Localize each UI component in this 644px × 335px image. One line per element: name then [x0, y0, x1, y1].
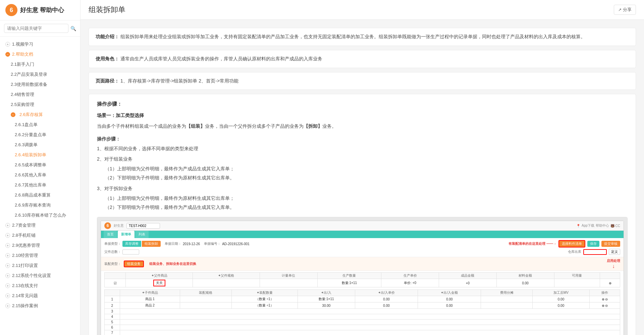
sidebar-item-docs[interactable]: − 2.帮助文档: [0, 49, 80, 59]
main-header: 组装拆卸单 ↗ 分享: [80, 0, 644, 20]
mock-select-btn[interactable]: 选择料件清单: [558, 240, 585, 247]
sidebar-item-docs-267[interactable]: 2.6.7其他出库单: [0, 180, 80, 190]
sidebar-item-docs-265[interactable]: 2.6.5成本调整单: [0, 160, 80, 170]
mock-save-btn[interactable]: 保存: [587, 241, 599, 247]
expand-icon-212: +: [5, 273, 10, 278]
path-block: 页面路径： 1、库存核算->库存管理->组装拆卸单 2、首页->常用功能: [89, 72, 636, 90]
sidebar-item-docs-27[interactable]: + 2.7资金管理: [0, 220, 80, 230]
mock-sub2-td-3: （数量 ÷1）: [231, 302, 298, 309]
sidebar-item-docs-214[interactable]: + 2.14常见问题: [0, 291, 80, 301]
mock-sub-td-6: 0.00: [418, 296, 481, 302]
sidebar-item-docs-262[interactable]: 2.6.2分量盘点单: [0, 130, 80, 140]
table-row: 1 商品 1 （数量 ÷1） 数量:1×11 0.00 0.00 0.00: [105, 296, 620, 302]
sidebar-item-label: 2.3使用前数据准备: [11, 81, 47, 88]
step3-sub2: （2）下部明细为子件明细，最终作为产成品生成其它入库单。: [97, 203, 628, 212]
table-row: 5: [105, 320, 620, 325]
mock-sub3-td-0: 3: [105, 309, 120, 314]
mock-sub-td-3: （数量 ÷1）: [231, 296, 298, 302]
sidebar-item-label: 2.13在线支付: [12, 283, 38, 289]
mock-th-1: ✦父件商品: [126, 273, 193, 279]
sidebar-item-docs-264[interactable]: 2.6.4组装拆卸单: [0, 150, 80, 160]
sidebar-item-docs-23[interactable]: 2.3使用前数据准备: [0, 79, 80, 90]
mock-sub-td-8: 0.00: [533, 296, 590, 302]
mock-form-row2: 父件总数： 仓库出库 定义: [104, 249, 620, 255]
mock-tab-active[interactable]: 新增单: [118, 231, 135, 238]
mock-sub-th-5: ✦出/入单价: [355, 290, 418, 296]
expand-icon-213: +: [5, 283, 10, 288]
sidebar-item-label: 2.5采购管理: [11, 102, 34, 108]
mock-td-qty: 数量:1×11: [317, 279, 381, 287]
share-label: 分享: [623, 7, 632, 13]
intro-block: 功能介绍： 组装拆卸单用来处理企业组装或拆卸等加工业务，支持有固定装配清单的产品…: [89, 28, 636, 46]
sidebar-item-docs-213[interactable]: + 2.13在线支付: [0, 281, 80, 291]
sidebar-item-docs-28[interactable]: + 2.8手机旺铺: [0, 230, 80, 240]
sidebar-item-docs-263[interactable]: 2.6.3调拨单: [0, 140, 80, 150]
sidebar-item-docs-25[interactable]: 2.5采购管理: [0, 100, 80, 110]
annotation3-arrow: ↓: [612, 263, 615, 269]
mock-warehouse-input[interactable]: [583, 249, 607, 255]
table-row: ☑ 关关 数量:1×11 单价: +0 +0: [105, 279, 620, 287]
sidebar-item-label: 1.视频学习: [12, 41, 33, 47]
share-button[interactable]: ↗ 分享: [614, 5, 636, 15]
mock-type-btn2[interactable]: 组装拆卸: [142, 241, 161, 247]
sidebar-item-docs-269[interactable]: 2.6.9库存账本查询: [0, 200, 80, 210]
mock-sub-header-row: ✦子件商品 装配规格 ✦装配数量 ✦出/入 ✦出/入单价 ✦出/入金额 费用分摊…: [105, 290, 620, 296]
expand-icon-29: +: [5, 243, 10, 248]
sidebar-item-docs-29[interactable]: + 2.9优惠券管理: [0, 240, 80, 250]
mock-help: 帮助中心: [596, 223, 609, 228]
mock-field-num: 单据编号： AD-20191226-001: [204, 241, 250, 246]
content-body: 操作步骤： 场景一：加工类型选择 当由多个子件材料组装成一个成品的业务为【组装】…: [89, 94, 636, 335]
mock-table-body: ☑ 关关 数量:1×11 单价: +0 +0: [105, 279, 620, 287]
mock-count-input[interactable]: [122, 249, 139, 255]
mock-tab-home[interactable]: 首页: [104, 231, 117, 238]
sidebar-item-docs-210[interactable]: + 2.10经营管理: [0, 250, 80, 261]
mock-field-date: 单据日期： 2019-12-26: [165, 241, 200, 246]
mock-warehouse-btn[interactable]: 定义: [609, 249, 620, 255]
sidebar-item-label: 2.15操作案例: [12, 303, 38, 309]
mock-type-btn1[interactable]: 库存调整: [122, 241, 141, 247]
sidebar-item-docs-212[interactable]: + 2.12系统个性化设置: [0, 271, 80, 281]
sidebar-item-label: 2.6.4组装拆卸单: [15, 152, 46, 158]
mock-th-5: 生产单价: [381, 273, 439, 279]
mock-search[interactable]: [126, 223, 160, 229]
sidebar-item-docs-268[interactable]: 2.6.8商品成本重算: [0, 190, 80, 200]
sidebar-item-label: 2.4销售管理: [11, 92, 34, 98]
mock-sub-table-head: ✦子件商品 装配规格 ✦装配数量 ✦出/入 ✦出/入单价 ✦出/入金额 费用分摊…: [105, 290, 620, 296]
table-row: 6: [105, 325, 620, 330]
sidebar-item-docs-26[interactable]: − 2.6库存核算: [0, 110, 80, 120]
sidebar-item-docs-21[interactable]: 2.1新手入门: [0, 59, 80, 69]
sidebar-item-label: 2.2产品安装及登录: [11, 71, 47, 77]
mock-td-price: 单价: +0: [381, 279, 439, 287]
ops-steps-title: 操作步骤：: [97, 135, 628, 143]
mock-table-header-row: ✦父件商品 ✦父件规格 计量单位 生产数量 生产单价 成品金额 材料金额 可用量: [105, 273, 620, 279]
mock-asstype-val[interactable]: 组装业务: [124, 261, 144, 267]
sidebar-item-label: 2.1新手入门: [11, 61, 34, 67]
sidebar-item-label: 2.12系统个性化设置: [12, 273, 51, 279]
sidebar-item-label: 2.7资金管理: [12, 222, 36, 228]
sidebar-item-docs-22[interactable]: 2.2产品安装及登录: [0, 69, 80, 79]
mock-user: 🐻 CC: [610, 224, 620, 228]
scenario1-title: 场景一：加工类型选择: [97, 113, 628, 119]
sidebar-item-label: 2.6.5成本调整单: [15, 162, 46, 168]
sidebar-item-docs-24[interactable]: 2.4销售管理: [0, 90, 80, 100]
step1: 1、根据不同的业务，选择不同单据的类型来处理: [97, 145, 628, 153]
sidebar-item-docs-266[interactable]: 2.6.6其他入库单: [0, 170, 80, 180]
sidebar-item-docs-211[interactable]: + 2.11打印设置: [0, 261, 80, 271]
search-icon[interactable]: 🔍: [70, 26, 76, 31]
sidebar-item-docs-215[interactable]: + 2.15操作案例: [0, 301, 80, 311]
mock-th-7: 材料金额: [496, 273, 554, 279]
mock-sub-th-1: ✦子件商品: [120, 290, 180, 296]
sidebar-item-video[interactable]: + 1.视频学习: [0, 39, 80, 49]
mock-field-count: 父件总数：: [104, 249, 139, 255]
search-input[interactable]: [4, 24, 68, 33]
sidebar-item-docs-261[interactable]: 2.6.1盘点单: [0, 120, 80, 130]
mock-tab-list[interactable]: 列表: [135, 231, 149, 238]
logo-icon: 6: [5, 4, 17, 16]
mock-submit-btn[interactable]: 提交审核: [601, 241, 620, 247]
mock-sub5-td-empty: [120, 320, 620, 325]
mock-sub-th-4: ✦出/入: [298, 290, 355, 296]
sidebar-item-docs-2610[interactable]: 2.6.10库存账本错了怎么办: [0, 210, 80, 220]
mock-sub2-td-5: 0.00: [355, 302, 418, 309]
role-text: 通常由生产人员或库管人员完成拆装业务的操作，库管人员确认原材料的出库和产成品的入…: [120, 56, 322, 61]
mock-sub2-td-4: 30.00: [298, 302, 355, 309]
